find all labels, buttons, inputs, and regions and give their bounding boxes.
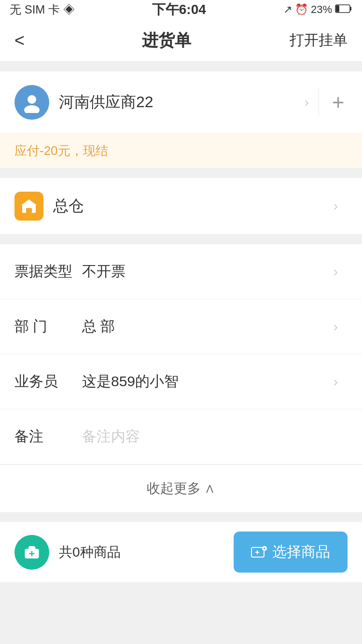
- warehouse-row[interactable]: 总仓 ›: [0, 178, 362, 235]
- select-product-button[interactable]: 选择商品: [234, 532, 348, 573]
- invoice-type-value: 不开票: [82, 262, 334, 281]
- department-label: 部 门: [14, 317, 82, 336]
- salesperson-chevron-icon: ›: [334, 374, 338, 390]
- svg-point-4: [24, 105, 40, 113]
- bottom-bar: 共0种商品 选择商品: [0, 522, 362, 582]
- sim-label: 无 SIM 卡 ◈: [10, 2, 75, 17]
- page-title: 进货单: [142, 29, 191, 52]
- top-divider: [0, 62, 362, 71]
- status-bar: 无 SIM 卡 ◈ 下午6:04 ↗ ⏰ 23%: [0, 0, 362, 19]
- product-count-label: 共0种商品: [59, 543, 234, 561]
- svg-marker-6: [21, 199, 37, 205]
- salesperson-label: 业务员: [14, 372, 82, 392]
- salesperson-value: 这是859的小智: [82, 372, 334, 392]
- back-button[interactable]: <: [14, 30, 43, 51]
- select-product-label: 选择商品: [272, 542, 330, 562]
- warehouse-chevron-icon: ›: [334, 198, 338, 214]
- supplier-name: 河南供应商22: [59, 92, 305, 113]
- svg-point-3: [28, 95, 36, 104]
- svg-rect-7: [26, 208, 32, 213]
- collapse-button[interactable]: 收起更多 ∧: [0, 464, 362, 512]
- status-right: ↗ ⏰ 23%: [283, 3, 352, 16]
- svg-rect-2: [336, 5, 339, 12]
- warehouse-section: 总仓 ›: [0, 178, 362, 235]
- supplier-section: 河南供应商22 › + 应付-20元，现结: [0, 71, 362, 168]
- salesperson-row[interactable]: 业务员 这是859的小智 ›: [0, 354, 362, 409]
- department-chevron-icon: ›: [334, 319, 338, 335]
- supplier-chevron-icon: ›: [305, 95, 309, 110]
- remark-label: 备注: [14, 427, 82, 447]
- battery-label: 23%: [311, 3, 332, 16]
- status-time: 下午6:04: [152, 0, 206, 19]
- invoice-type-chevron-icon: ›: [334, 264, 338, 280]
- status-left: 无 SIM 卡 ◈: [10, 2, 75, 17]
- form-section: 票据类型 不开票 › 部 门 总 部 › 业务员 这是859的小智 › 备注 备…: [0, 244, 362, 512]
- add-supplier-button[interactable]: +: [319, 88, 348, 117]
- warehouse-name: 总仓: [53, 196, 334, 217]
- invoice-type-row[interactable]: 票据类型 不开票 ›: [0, 244, 362, 299]
- open-pending-button[interactable]: 打开挂单: [290, 30, 348, 50]
- location-icon: ↗: [283, 3, 292, 16]
- svg-rect-9: [28, 546, 36, 549]
- supplier-avatar: [14, 85, 49, 120]
- alarm-icon: ⏰: [295, 3, 308, 16]
- supplier-notice: 应付-20元，现结: [0, 134, 362, 168]
- remark-input[interactable]: 备注内容: [82, 427, 348, 447]
- invoice-type-label: 票据类型: [14, 262, 82, 281]
- supplier-row[interactable]: 河南供应商22 › +: [0, 71, 362, 134]
- product-icon: [14, 535, 49, 570]
- battery-icon: [335, 3, 352, 16]
- warehouse-icon: [14, 192, 43, 221]
- page-body: 河南供应商22 › + 应付-20元，现结 总仓 › 票据类型 不开票 ›: [0, 62, 362, 644]
- svg-rect-1: [350, 7, 351, 11]
- department-row[interactable]: 部 门 总 部 ›: [0, 299, 362, 354]
- remark-row[interactable]: 备注 备注内容: [0, 409, 362, 464]
- department-value: 总 部: [82, 317, 334, 336]
- nav-bar: < 进货单 打开挂单: [0, 19, 362, 62]
